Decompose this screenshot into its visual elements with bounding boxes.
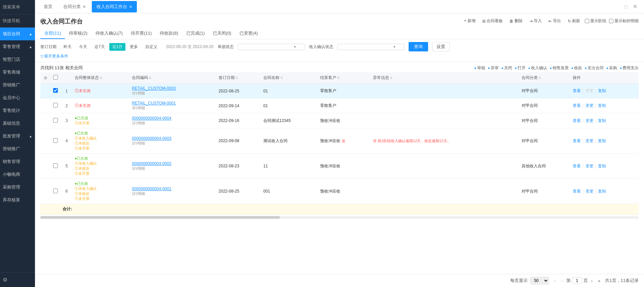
sort-icon-date[interactable]: ⇅ xyxy=(235,76,238,80)
expand-conditions-btn[interactable]: ▽ 展开更多条件 xyxy=(40,53,639,59)
contract-code-link[interactable]: RETAIL_CUSTOM-0003 xyxy=(132,86,176,91)
contract-code-link[interactable]: 0000000000004-0003 xyxy=(132,136,171,141)
action-btn-open[interactable]: ●打开 xyxy=(515,65,526,71)
gear-icon[interactable]: ⚙ xyxy=(3,277,32,283)
page-input[interactable] xyxy=(572,277,582,284)
row-checkbox[interactable] xyxy=(53,103,58,108)
filter-tab-changed[interactable]: 已变更(4) xyxy=(235,28,262,39)
view-btn[interactable]: 查看 xyxy=(573,138,581,143)
action-btn-review[interactable]: ●审核 xyxy=(475,65,485,71)
filter-tab-closed[interactable]: 已关闭(0) xyxy=(209,28,235,39)
sort-icon-exception[interactable]: ⇅ xyxy=(390,76,392,80)
edit-btn[interactable]: 变更 xyxy=(585,164,594,168)
tab-income_contract[interactable]: 收入合同工作台✕ xyxy=(92,1,137,12)
last-page-btn[interactable]: » xyxy=(596,278,602,284)
edit-btn[interactable]: 变更 xyxy=(585,138,594,143)
row-checkbox[interactable] xyxy=(53,88,58,93)
copy-btn[interactable]: 复制 xyxy=(598,88,606,93)
copy-btn[interactable]: 复制 xyxy=(598,138,606,143)
sidebar-item-member[interactable]: 会员中心 xyxy=(0,91,35,104)
date-btn-more[interactable]: 更多 xyxy=(127,43,141,51)
filter-tab-all[interactable]: 全部(11) xyxy=(40,28,65,39)
sidebar-item-wholesale[interactable]: 批发管理▲ xyxy=(0,130,35,142)
sidebar-nav[interactable]: 快捷导航 xyxy=(0,14,35,28)
sort-icon-customer[interactable]: ⇅ xyxy=(337,76,340,80)
sidebar-item-basic[interactable]: 基础信息 xyxy=(0,117,35,130)
refresh-button[interactable]: ↻ 刷新 xyxy=(566,17,582,25)
contract-code-link[interactable]: RETAIL_CUSTOM-0001 xyxy=(132,101,176,106)
setting-button[interactable]: 设置 xyxy=(432,42,450,51)
row-checkbox[interactable] xyxy=(53,163,58,168)
maximize-btn[interactable]: □ xyxy=(623,4,629,9)
next-page-btn[interactable]: › xyxy=(589,278,595,284)
sort-icon-name[interactable]: ⇅ xyxy=(280,76,283,80)
date-btn-today[interactable]: 今天 xyxy=(76,43,90,51)
view-btn[interactable]: 查看 xyxy=(573,118,581,123)
action-btn-close[interactable]: ●关闭 xyxy=(501,65,512,71)
sidebar-item-retail[interactable]: 零售管理▲ xyxy=(0,40,35,53)
row-checkbox[interactable] xyxy=(53,189,58,193)
sidebar-item-purchase[interactable]: 采购管理 xyxy=(0,181,35,194)
export-button[interactable]: ⇤ 导出 xyxy=(546,17,563,25)
view-btn[interactable]: 查看 xyxy=(573,88,581,93)
th-settings[interactable]: ⚙ xyxy=(40,72,50,84)
tab-close-icon[interactable]: ✕ xyxy=(83,5,86,9)
tab-home[interactable]: 首页 xyxy=(39,1,57,12)
action-btn-expense[interactable]: ●费用支出 xyxy=(620,65,639,71)
contract-board-button[interactable]: ⊞ 合同看板 xyxy=(480,17,505,25)
sidebar-item-marketing2[interactable]: 营销推广 xyxy=(0,142,35,155)
action-btn-payment[interactable]: ●支出合同 xyxy=(585,65,604,71)
show-details-checkbox[interactable]: 显示标的明细 xyxy=(609,18,639,24)
prev-page-btn[interactable]: ‹ xyxy=(559,278,565,284)
add-button[interactable]: + 新增 xyxy=(462,17,478,25)
action-btn-sales_invoice[interactable]: ●销售发票 xyxy=(550,65,569,71)
view-btn[interactable]: 查看 xyxy=(573,164,581,168)
sidebar-search[interactable]: 搜索菜单 xyxy=(0,0,35,14)
copy-btn[interactable]: 复制 xyxy=(598,189,606,194)
filter-tab-pending_invoice[interactable]: 待开票(11) xyxy=(127,28,156,39)
sort-icon-category[interactable]: ⇅ xyxy=(538,76,541,80)
filter-tab-pending_review[interactable]: 待审核(2) xyxy=(65,28,91,39)
sort-icon-code[interactable]: ⇅ xyxy=(149,76,151,80)
sidebar-item-inventory[interactable]: 库存核算 xyxy=(0,194,35,206)
scrollbar-thumb[interactable] xyxy=(40,216,280,219)
date-btn-last1m[interactable]: 近1月 xyxy=(109,43,126,51)
horizontal-scrollbar[interactable] xyxy=(40,216,639,219)
sort-icon-status[interactable]: ⇅ xyxy=(100,76,102,80)
action-btn-abandon[interactable]: ●弃审 xyxy=(488,65,499,71)
sidebar-item-smart_store[interactable]: 智慧门店 xyxy=(0,53,35,66)
contract-code-link[interactable]: 0000000000004-0002 xyxy=(132,161,171,166)
filter-tab-pending_confirm[interactable]: 待收入确认(7) xyxy=(91,28,127,39)
filter-tab-pending_receive[interactable]: 待收款(8) xyxy=(156,28,182,39)
doc-status-select[interactable]: ▼ xyxy=(238,44,305,50)
import-button[interactable]: ⇥ 导入 xyxy=(527,17,544,25)
date-btn-yesterday[interactable]: 昨天 xyxy=(61,43,75,51)
sidebar-item-marketing[interactable]: 营销推广 xyxy=(0,79,35,91)
sidebar-item-project[interactable]: 项目合同▲ xyxy=(0,28,35,40)
sidebar-item-ecomm[interactable]: 小畅电商 xyxy=(0,168,35,181)
view-btn[interactable]: 查看 xyxy=(573,189,581,194)
first-page-btn[interactable]: « xyxy=(552,278,558,284)
copy-btn[interactable]: 复制 xyxy=(598,103,606,108)
row-checkbox[interactable] xyxy=(53,118,58,123)
date-btn-custom[interactable]: 自定义 xyxy=(142,43,160,51)
tab-close-icon[interactable]: ✕ xyxy=(129,5,132,9)
filter-tab-done[interactable]: 已完成(1) xyxy=(182,28,209,39)
action-btn-income_confirm[interactable]: ●收入确认 xyxy=(528,65,547,71)
page-size-select[interactable]: 102050100 xyxy=(530,277,549,284)
contract-code-link[interactable]: 0000000000004-0004 xyxy=(132,116,171,121)
delete-button[interactable]: 🗑 删除 xyxy=(507,17,525,25)
close-window-btn[interactable]: ✕ xyxy=(630,3,640,10)
sidebar-item-retail_mall[interactable]: 零售商城 xyxy=(0,66,35,79)
tab-contract_class[interactable]: 合同分类✕ xyxy=(59,1,90,12)
edit-btn[interactable]: 变更 xyxy=(585,103,594,108)
date-btn-last7[interactable]: 近7天 xyxy=(91,43,108,51)
view-btn[interactable]: 查看 xyxy=(573,103,581,108)
action-btn-purchase[interactable]: ●采购 xyxy=(606,65,617,71)
contract-code-link[interactable]: 0000000000004-0001 xyxy=(132,187,171,191)
select-all-checkbox[interactable] xyxy=(53,75,58,80)
sidebar-item-retail_stats[interactable]: 零售统计 xyxy=(0,104,35,117)
row-checkbox[interactable] xyxy=(53,138,58,143)
query-button[interactable]: 查询 xyxy=(409,42,428,51)
edit-btn[interactable]: 变更 xyxy=(585,118,594,123)
